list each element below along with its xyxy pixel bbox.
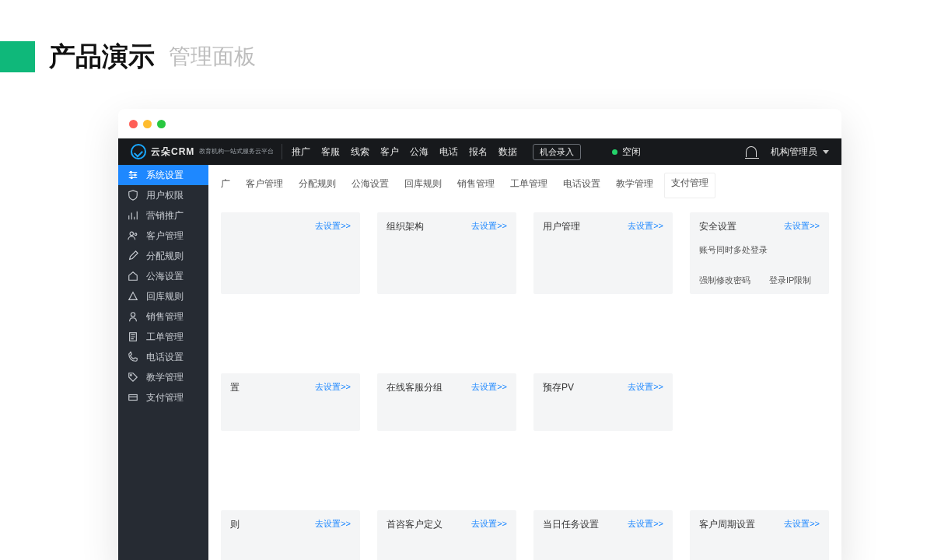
nav-data[interactable]: 数据	[498, 145, 517, 159]
sidebar-item-label: 回库规则	[146, 290, 184, 303]
sidebar-item-return[interactable]: 回库规则	[118, 286, 208, 306]
topbar-right: 机构管理员	[746, 145, 829, 159]
tab-sales[interactable]: 销售管理	[450, 173, 502, 198]
close-dot-icon[interactable]	[129, 120, 138, 128]
page-title: 产品演示	[49, 39, 155, 75]
chart-icon	[128, 210, 138, 221]
go-settings-link[interactable]: 去设置>>	[471, 381, 507, 393]
settings-card-pv: 预存PV 去设置>>	[533, 373, 673, 431]
phone-icon	[128, 352, 138, 362]
status-dot-icon	[612, 149, 617, 155]
svg-point-3	[130, 232, 133, 235]
spacer	[221, 316, 829, 352]
nav-pool[interactable]: 公海	[410, 145, 429, 159]
card-title: 首咨客户定义	[387, 518, 443, 531]
document-icon	[128, 331, 138, 342]
window-chrome	[118, 109, 841, 138]
record-button[interactable]: 机会录入	[533, 144, 581, 160]
sidebar-item-pool[interactable]: 公海设置	[118, 266, 208, 286]
sidebar-item-label: 营销推广	[146, 209, 184, 222]
svg-point-5	[131, 313, 135, 317]
card-body: 账号同时多处登录 强制修改密码 登录IP限制	[699, 244, 820, 286]
settings-card-user: 用户管理 去设置>>	[533, 212, 673, 294]
security-item: 登录IP限制	[769, 275, 811, 286]
card-title: 置	[230, 381, 240, 394]
home-icon	[128, 271, 138, 282]
settings-card-org: 组织架构 去设置>>	[377, 212, 516, 294]
sidebar-item-ticket[interactable]: 工单管理	[118, 327, 208, 347]
card-title: 当日任务设置	[543, 518, 599, 531]
go-settings-link[interactable]: 去设置>>	[315, 518, 351, 530]
sidebar-item-system[interactable]: 系统设置	[118, 165, 208, 185]
tab-bar: 广 客户管理 分配规则 公海设置 回库规则 销售管理 工单管理 电话设置 教学管…	[208, 165, 841, 198]
tab-assign[interactable]: 分配规则	[291, 173, 344, 198]
sidebar-item-label: 客户管理	[146, 229, 184, 243]
tab-teach[interactable]: 教学管理	[608, 173, 661, 198]
nav-customer[interactable]: 客户	[380, 145, 399, 159]
user-label: 机构管理员	[771, 146, 817, 157]
status-indicator[interactable]: 空闲	[612, 145, 641, 159]
brand-tagline: 教育机构一站式服务云平台	[199, 149, 274, 156]
tab-partial[interactable]: 广	[221, 173, 238, 198]
nav-leads[interactable]: 线索	[351, 145, 369, 159]
sidebar-item-sales[interactable]: 销售管理	[118, 306, 208, 327]
sidebar-item-label: 公海设置	[146, 270, 184, 283]
go-settings-link[interactable]: 去设置>>	[784, 220, 820, 232]
nav-promote[interactable]: 推广	[292, 145, 310, 159]
nav-signup[interactable]: 报名	[469, 145, 488, 159]
content-area: 广 客户管理 分配规则 公海设置 回库规则 销售管理 工单管理 电话设置 教学管…	[208, 165, 841, 560]
sidebar-item-assign[interactable]: 分配规则	[118, 246, 208, 266]
go-settings-link[interactable]: 去设置>>	[628, 220, 663, 232]
sidebar-item-user-auth[interactable]: 用户权限	[118, 185, 208, 205]
sidebar-item-label: 电话设置	[146, 351, 184, 364]
spacer	[221, 453, 829, 488]
go-settings-link[interactable]: 去设置>>	[471, 220, 507, 232]
sidebar-item-marketing[interactable]: 营销推广	[118, 205, 208, 226]
svg-rect-8	[129, 395, 138, 401]
card-title: 安全设置	[699, 220, 736, 233]
sidebar: 系统设置 用户权限 营销推广 客户管理 分配规则 公海设置	[118, 165, 208, 560]
sidebar-item-label: 系统设置	[146, 169, 184, 182]
go-settings-link[interactable]: 去设置>>	[784, 518, 820, 530]
card-icon	[128, 392, 138, 403]
go-settings-link[interactable]: 去设置>>	[315, 220, 351, 232]
card-title: 在线客服分组	[387, 381, 443, 394]
go-settings-link[interactable]: 去设置>>	[315, 381, 351, 393]
page-header: 产品演示 管理面板	[0, 0, 941, 90]
person-icon	[128, 311, 138, 322]
card-title: 组织架构	[387, 220, 424, 233]
shield-icon	[128, 190, 138, 201]
minimize-dot-icon[interactable]	[143, 120, 152, 128]
edit-icon	[128, 250, 138, 261]
status-label: 空闲	[622, 145, 641, 159]
nav-phone[interactable]: 电话	[439, 145, 458, 159]
tab-ticket[interactable]: 工单管理	[502, 173, 555, 198]
tab-return[interactable]: 回库规则	[397, 173, 450, 198]
card-title: 用户管理	[543, 220, 580, 233]
sliders-icon	[128, 170, 138, 180]
settings-card: 置 去设置>>	[221, 373, 360, 431]
sidebar-item-pay[interactable]: 支付管理	[118, 387, 208, 408]
topbar: 云朵CRM 教育机构一站式服务云平台 推广 客服 线索 客户 公海 电话 报名 …	[118, 138, 841, 165]
tab-customer[interactable]: 客户管理	[238, 173, 291, 198]
maximize-dot-icon[interactable]	[157, 120, 166, 128]
sidebar-item-teach[interactable]: 教学管理	[118, 367, 208, 387]
card-title: 则	[230, 518, 240, 531]
tab-phone[interactable]: 电话设置	[555, 173, 608, 198]
sidebar-item-customer[interactable]: 客户管理	[118, 226, 208, 246]
cloud-icon	[131, 144, 146, 159]
sidebar-item-phone[interactable]: 电话设置	[118, 347, 208, 367]
go-settings-link[interactable]: 去设置>>	[628, 381, 663, 393]
top-nav: 推广 客服 线索 客户 公海 电话 报名 数据 机会录入	[292, 144, 581, 160]
go-settings-link[interactable]: 去设置>>	[471, 518, 507, 530]
bell-icon[interactable]	[746, 146, 757, 157]
tab-pool[interactable]: 公海设置	[344, 173, 397, 198]
settings-card: 去设置>>	[221, 212, 360, 294]
nav-service[interactable]: 客服	[321, 145, 340, 159]
brand-logo[interactable]: 云朵CRM 教育机构一站式服务云平台	[131, 144, 282, 159]
user-menu[interactable]: 机构管理员	[771, 145, 829, 159]
card-grid: 去设置>> 组织架构 去设置>> 用户管理 去设置>>	[208, 198, 841, 560]
tab-pay[interactable]: 支付管理	[664, 173, 715, 198]
go-settings-link[interactable]: 去设置>>	[628, 518, 663, 530]
settings-card-csgroup: 在线客服分组 去设置>>	[377, 373, 516, 431]
